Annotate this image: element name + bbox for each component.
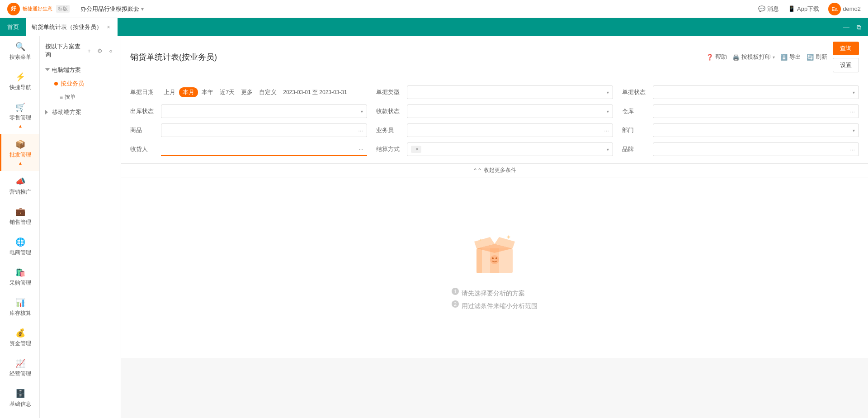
sidebar-item-search[interactable]: 🔍 搜索菜单 <box>0 36 39 66</box>
tab-close-button[interactable]: × <box>105 24 112 31</box>
page-header: 销货单统计表(按业务员) ❓ 帮助 🖨️ 按模板打印 ▾ ⬇️ 导出 <box>121 36 868 78</box>
outstatus-select[interactable]: ▾ <box>161 104 367 118</box>
brand-dots: ··· <box>850 146 855 153</box>
svg-text:✦: ✦ <box>506 233 511 241</box>
filter-docstatus-item: 单据状态 ▾ <box>622 86 859 99</box>
date-tabs: 上月 本月 本年 近7天 更多 自定义 <box>161 87 279 97</box>
doctype-chevron: ▾ <box>607 90 609 95</box>
app-download-button[interactable]: 📱 App下载 <box>788 5 819 13</box>
settings-button[interactable]: 设置 <box>833 58 859 72</box>
docstatus-label: 单据状态 <box>622 88 649 96</box>
tab-home[interactable]: 首页 <box>0 18 26 36</box>
scheme-group-mobile-title[interactable]: 移动端方案 <box>40 105 121 119</box>
sidebar-item-basic[interactable]: 🗄️ 基础信息 <box>0 383 39 413</box>
sub-sub-icon: ≡ <box>60 94 63 100</box>
settlement-select[interactable]: × ▾ <box>407 142 613 156</box>
sidebar-item-inventory[interactable]: 📊 库存核算 <box>0 292 39 323</box>
filter-receiver-item: 收货人 ··· <box>130 142 367 156</box>
date-tab-lastmonth[interactable]: 上月 <box>161 87 178 97</box>
receiver-label: 收货人 <box>130 145 157 153</box>
department-select[interactable]: ▾ <box>653 124 859 137</box>
goods-label: 商品 <box>130 126 157 134</box>
print-dropdown-icon: ▾ <box>773 55 775 60</box>
collapse-conditions-button[interactable]: ⌃⌃ 收起更多条件 <box>473 166 516 174</box>
tab-active[interactable]: 销货单统计表（按业务员） × <box>26 18 118 36</box>
brand-input[interactable]: ··· <box>653 142 859 156</box>
scheme-add-button[interactable]: + <box>85 46 94 55</box>
export-button[interactable]: ⬇️ 导出 <box>780 53 801 61</box>
warehouse-input[interactable]: ··· <box>653 104 859 118</box>
username-label: demo2 <box>843 5 861 12</box>
filter-row-1: 单据日期 上月 本月 本年 近7天 更多 自定义 2023-03-01 至 20… <box>130 86 859 99</box>
salesperson-input[interactable]: ··· <box>407 124 613 137</box>
receiver-input[interactable]: ··· <box>161 142 367 156</box>
scheme-collapse-button[interactable]: « <box>106 46 115 55</box>
export-icon: ⬇️ <box>780 54 788 61</box>
user-avatar[interactable]: Ea demo2 <box>828 3 861 15</box>
svg-rect-4 <box>476 248 482 273</box>
empty-tips: 1 请先选择要分析的方案 2 用过滤条件来缩小分析范围 <box>452 287 538 312</box>
date-tab-more[interactable]: 更多 <box>238 87 255 97</box>
scheme-group-mobile: 移动端方案 <box>40 105 121 119</box>
sidebar-item-ecommerce[interactable]: 🌐 电商管理 <box>0 232 39 262</box>
sidebar-item-purchase[interactable]: 🛍️ 采购管理 <box>0 262 39 292</box>
tip-text-2: 用过滤条件来缩小分析范围 <box>462 299 538 312</box>
scheme-settings-button[interactable]: ⚙ <box>95 46 104 55</box>
scheme-panel-header: 按以下方案查询 + ⚙ « <box>40 40 121 62</box>
scheme-sub-sub-order[interactable]: ≡ 按单 <box>40 90 121 104</box>
date-tab-custom[interactable]: 自定义 <box>256 87 279 97</box>
collapse-bar: ⌃⌃ 收起更多条件 <box>121 164 868 177</box>
docstatus-select[interactable]: ▾ <box>653 86 859 99</box>
sidebar-item-finance[interactable]: 💰 资金管理 <box>0 323 39 353</box>
sidebar-item-marketing[interactable]: 📣 营销推广 <box>0 171 39 201</box>
scheme-sub-order-label: 按单 <box>65 93 75 101</box>
date-tab-thismonth[interactable]: 本月 <box>179 87 198 97</box>
filter-section: 单据日期 上月 本月 本年 近7天 更多 自定义 2023-03-01 至 20… <box>121 78 868 164</box>
main-content: 销货单统计表(按业务员) ❓ 帮助 🖨️ 按模板打印 ▾ ⬇️ 导出 <box>121 36 868 418</box>
query-button[interactable]: 查询 <box>833 42 859 55</box>
tab-maximize-button[interactable]: ⧉ <box>854 22 864 33</box>
wholesale-icon: 📦 <box>15 139 25 149</box>
sidebar-item-operations[interactable]: 📈 经营管理 <box>0 353 39 383</box>
goods-input[interactable]: ··· <box>161 124 367 137</box>
logo-area: 好 畅捷通好生意 <box>7 3 52 15</box>
date-tab-thisyear[interactable]: 本年 <box>199 87 216 97</box>
action-buttons: 查询 设置 <box>833 42 859 72</box>
empty-tip-1: 1 请先选择要分析的方案 <box>452 287 538 299</box>
operations-icon: 📈 <box>15 358 25 368</box>
collectstatus-select[interactable]: ▾ <box>407 104 613 118</box>
sidebar-item-quicknav[interactable]: ⚡ 快捷导航 <box>0 66 39 97</box>
filter-salesperson-item: 业务员 ··· <box>376 124 613 137</box>
help-label: 帮助 <box>715 53 727 61</box>
department-chevron: ▾ <box>853 128 855 133</box>
tip-num-1: 1 <box>452 288 459 295</box>
sidebar-item-system[interactable]: ⚙️ 系统管理 <box>0 413 39 418</box>
scheme-sub-by-salesperson[interactable]: 按业务员 <box>40 77 121 90</box>
breadcrumb-arrow: ▾ <box>141 6 144 12</box>
date-tab-7days[interactable]: 近7天 <box>217 87 237 97</box>
settlement-clear-button[interactable]: × <box>415 146 419 152</box>
empty-tip-2: 2 用过滤条件来缩小分析范围 <box>452 299 538 312</box>
sidebar-item-retail[interactable]: 🛒 零售管理 ▲ <box>0 97 39 134</box>
basic-icon: 🗄️ <box>15 389 25 399</box>
settlement-chevron: ▾ <box>607 147 609 152</box>
filter-collectstatus-item: 收款状态 ▾ <box>376 104 613 118</box>
filter-brand-item: 品牌 ··· <box>622 142 859 156</box>
svg-point-7 <box>492 257 494 259</box>
sidebar-item-wholesale[interactable]: 📦 批发管理 ▲ <box>0 134 39 171</box>
breadcrumb-text: 办公用品行业模拟账套 <box>80 5 139 13</box>
scheme-group-desktop-title[interactable]: 电脑端方案 <box>40 63 121 77</box>
tab-minimize-button[interactable]: — <box>841 22 852 33</box>
sidebar-item-sales[interactable]: 💼 销售管理 <box>0 201 39 232</box>
help-button[interactable]: ❓ 帮助 <box>706 53 727 61</box>
sidebar-label-purchase: 采购管理 <box>9 279 31 287</box>
salesperson-dots: ··· <box>604 127 609 134</box>
doctype-select[interactable]: ▾ <box>407 86 613 99</box>
ecommerce-icon: 🌐 <box>15 237 25 247</box>
expand-icon-mobile <box>45 110 50 114</box>
filter-department-item: 部门 ▾ <box>622 124 859 137</box>
refresh-button[interactable]: 🔄 刷新 <box>807 53 827 61</box>
message-button[interactable]: 💬 消息 <box>758 5 779 13</box>
filter-row-2: 出库状态 ▾ 收款状态 ▾ 仓库 <box>130 104 859 118</box>
template-print-button[interactable]: 🖨️ 按模板打印 ▾ <box>732 53 775 61</box>
